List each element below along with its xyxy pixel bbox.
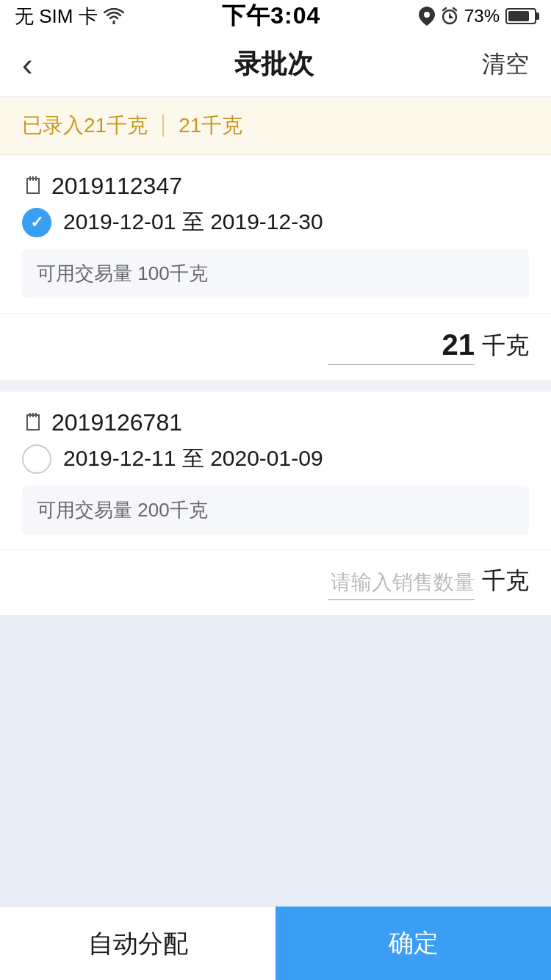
info-bar: 已录入21千克 21千克 (0, 97, 551, 155)
clear-button[interactable]: 清空 (482, 48, 529, 81)
batch-id-2: 2019126781 (51, 409, 182, 436)
batch-doc-icon-1: 🗒 (22, 173, 46, 200)
qty-value-1: 21 (442, 328, 475, 361)
qty-unit-1: 千克 (482, 330, 529, 365)
radio-1[interactable] (22, 208, 51, 237)
content-area: 🗒 2019112347 2019-12-01 至 2019-12-30 可用交… (0, 155, 551, 980)
qty-row-1: 21 千克 (0, 313, 551, 380)
status-time: 下午3:04 (222, 0, 320, 32)
batch-date-1: 2019-12-01 至 2019-12-30 (63, 207, 323, 237)
batch-date-row-2[interactable]: 2019-12-11 至 2020-01-09 (22, 444, 529, 474)
status-right: 73% (419, 6, 536, 26)
batch-date-row-1[interactable]: 2019-12-01 至 2019-12-30 (22, 207, 529, 237)
avail-label-1: 可用交易量 100千克 (37, 262, 208, 284)
batch-id-row-2: 🗒 2019126781 (22, 409, 529, 436)
qty-placeholder-2: 请输入销售数量 (331, 571, 475, 597)
sim-text: 无 SIM 卡 (15, 4, 98, 29)
batch-id-1: 2019112347 (51, 173, 182, 200)
recorded-label: 已录入21千克 (22, 112, 148, 140)
wifi-icon (104, 8, 124, 24)
qty-input-area-2: 请输入销售数量 千克 (328, 565, 529, 600)
qty-input-area-1: 21 千克 (328, 328, 529, 365)
avail-box-1: 可用交易量 100千克 (22, 249, 529, 298)
qty-row-2: 请输入销售数量 千克 (0, 550, 551, 615)
qty-unit-2: 千克 (482, 565, 529, 600)
qty-underline-1[interactable]: 21 (328, 328, 475, 365)
qty-underline-2[interactable]: 请输入销售数量 (328, 569, 475, 600)
batch-doc-icon-2: 🗒 (22, 409, 46, 436)
recorded-value: 21千克 (179, 112, 242, 140)
radio-2[interactable] (22, 444, 51, 474)
avail-label-2: 可用交易量 200千克 (37, 499, 208, 521)
battery-percent: 73% (464, 6, 500, 26)
batch-item-2: 🗒 2019126781 2019-12-11 至 2020-01-09 可用交… (0, 392, 551, 615)
alarm-icon (441, 7, 458, 26)
battery-icon (505, 8, 536, 24)
auto-distribute-button[interactable]: 自动分配 (0, 907, 276, 980)
batch-item-1: 🗒 2019112347 2019-12-01 至 2019-12-30 可用交… (0, 155, 551, 380)
back-button[interactable]: ‹ (22, 46, 66, 83)
location-icon (419, 7, 435, 26)
nav-bar: ‹ 录批次 清空 (0, 32, 551, 97)
info-divider (162, 115, 164, 137)
batch-date-2: 2019-12-11 至 2020-01-09 (63, 444, 323, 474)
batch-id-row-1: 🗒 2019112347 (22, 173, 529, 200)
section-gap (0, 380, 551, 392)
page-title: 录批次 (234, 46, 314, 82)
avail-box-2: 可用交易量 200千克 (22, 486, 529, 535)
status-left: 无 SIM 卡 (15, 4, 124, 29)
svg-point-0 (424, 12, 430, 18)
bottom-bar: 自动分配 确定 (0, 907, 551, 980)
confirm-button[interactable]: 确定 (276, 907, 551, 980)
status-bar: 无 SIM 卡 下午3:04 73% (0, 0, 551, 32)
